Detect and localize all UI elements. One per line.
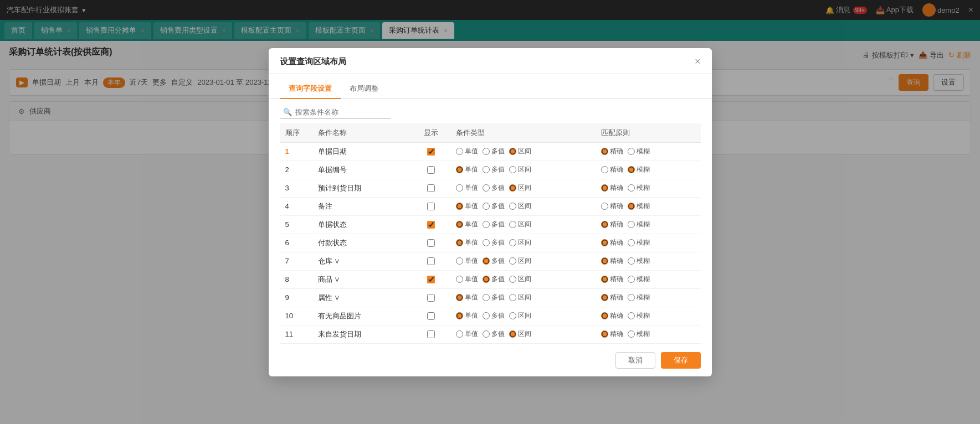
row-display-checkbox[interactable] [427,257,435,265]
row-type-option[interactable]: 区间 [509,275,531,284]
row-type-option[interactable]: 多值 [483,256,505,266]
row-match-option[interactable]: 模糊 [628,183,650,193]
row-display-checkbox[interactable] [427,184,435,192]
row-type-option[interactable]: 区间 [509,220,531,229]
modal-header: 设置查询区域布局 × [269,48,712,74]
row-match-option[interactable]: 模糊 [628,165,650,174]
row-match-option[interactable]: 精确 [601,311,623,320]
row-type-cell: 单值多值区间 [450,179,595,197]
row-display-checkbox[interactable] [427,312,435,320]
row-display-checkbox[interactable] [427,330,435,338]
row-type-option[interactable]: 单值 [456,201,478,211]
row-type-option[interactable]: 单值 [456,165,478,174]
row-type-cell: 单值多值区间 [450,215,595,234]
row-type-radio-group: 单值多值区间 [456,329,589,339]
row-match-option[interactable]: 模糊 [628,147,650,156]
row-type-option[interactable]: 单值 [456,183,478,193]
row-type-option[interactable]: 多值 [483,165,505,174]
row-display-checkbox-wrap [417,239,445,247]
row-type-option[interactable]: 单值 [456,238,478,247]
row-display-checkbox[interactable] [427,221,435,229]
row-type-option[interactable]: 多值 [483,311,505,320]
row-type-option[interactable]: 区间 [509,201,531,211]
row-match-option[interactable]: 模糊 [628,201,650,211]
row-match-option[interactable]: 模糊 [628,329,650,339]
row-match-option[interactable]: 精确 [601,256,623,266]
row-type-option[interactable]: 单值 [456,256,478,266]
row-type-radio-group: 单值多值区间 [456,293,589,302]
row-match-radio-group: 精确模糊 [601,183,695,193]
row-display-checkbox-wrap [417,203,445,210]
row-match-option[interactable]: 模糊 [628,220,650,229]
row-match-option[interactable]: 精确 [601,183,623,193]
row-display-checkbox[interactable] [427,294,435,302]
table-row: 6付款状态单值多值区间精确模糊 [280,234,701,252]
row-match-cell: 精确模糊 [596,288,701,307]
row-display-checkbox[interactable] [427,203,435,210]
row-type-option[interactable]: 多值 [483,238,505,247]
row-type-option[interactable]: 单值 [456,329,478,339]
row-type-option[interactable]: 多值 [483,183,505,193]
row-match-option[interactable]: 精确 [601,275,623,284]
row-type-option[interactable]: 多值 [483,329,505,339]
row-match-cell: 精确模糊 [596,197,701,215]
row-type-option[interactable]: 区间 [509,165,531,174]
cancel-button[interactable]: 取消 [615,352,655,369]
row-display-cell [411,197,450,215]
row-type-option[interactable]: 多值 [483,147,505,156]
row-type-option[interactable]: 区间 [509,147,531,156]
row-match-option[interactable]: 精确 [601,220,623,229]
row-type-option[interactable]: 单值 [456,147,478,156]
row-type-option[interactable]: 多值 [483,293,505,302]
row-type-option[interactable]: 区间 [509,329,531,339]
row-name: 单据日期 [312,142,411,161]
row-match-option[interactable]: 模糊 [628,238,650,247]
col-display: 显示 [411,123,450,143]
search-input[interactable] [295,108,384,116]
row-match-cell: 精确模糊 [596,270,701,288]
row-display-cell [411,307,450,325]
row-name: 属性 ∨ [312,288,411,307]
row-match-option[interactable]: 精确 [601,238,623,247]
row-type-option[interactable]: 多值 [483,220,505,229]
row-type-option[interactable]: 单值 [456,220,478,229]
row-type-option[interactable]: 区间 [509,293,531,302]
row-type-option[interactable]: 多值 [483,275,505,284]
row-display-checkbox-wrap [417,148,445,156]
row-type-option[interactable]: 单值 [456,293,478,302]
row-type-option[interactable]: 区间 [509,238,531,247]
row-match-option[interactable]: 模糊 [628,311,650,320]
row-match-option[interactable]: 精确 [601,165,623,174]
row-type-option[interactable]: 多值 [483,201,505,211]
row-match-option[interactable]: 精确 [601,329,623,339]
row-display-checkbox[interactable] [427,148,435,156]
search-box[interactable]: 🔍 [280,106,391,119]
row-match-option[interactable]: 精确 [601,147,623,156]
row-type-option[interactable]: 区间 [509,311,531,320]
row-match-option[interactable]: 精确 [601,293,623,302]
row-match-option[interactable]: 模糊 [628,275,650,284]
row-type-option[interactable]: 区间 [509,183,531,193]
row-display-checkbox[interactable] [427,276,435,283]
save-button[interactable]: 保存 [661,352,701,369]
row-display-checkbox-wrap [417,221,445,229]
row-match-cell: 精确模糊 [596,234,701,252]
table-row: 7仓库 ∨单值多值区间精确模糊 [280,252,701,270]
row-type-radio-group: 单值多值区间 [456,201,589,211]
row-type-option[interactable]: 单值 [456,311,478,320]
tab-layout-adjust[interactable]: 布局调整 [341,79,387,99]
row-display-checkbox-wrap [417,312,445,320]
row-name: 备注 [312,197,411,215]
modal-close-button[interactable]: × [695,56,701,68]
row-match-option[interactable]: 模糊 [628,256,650,266]
row-type-radio-group: 单值多值区间 [456,183,589,193]
tab-query-fields[interactable]: 查询字段设置 [280,79,341,99]
row-match-option[interactable]: 模糊 [628,293,650,302]
row-type-radio-group: 单值多值区间 [456,165,589,174]
row-display-checkbox[interactable] [427,239,435,247]
row-type-option[interactable]: 单值 [456,275,478,284]
row-type-option[interactable]: 区间 [509,256,531,266]
row-match-option[interactable]: 精确 [601,201,623,211]
row-display-checkbox[interactable] [427,166,435,174]
row-type-radio-group: 单值多值区间 [456,220,589,229]
